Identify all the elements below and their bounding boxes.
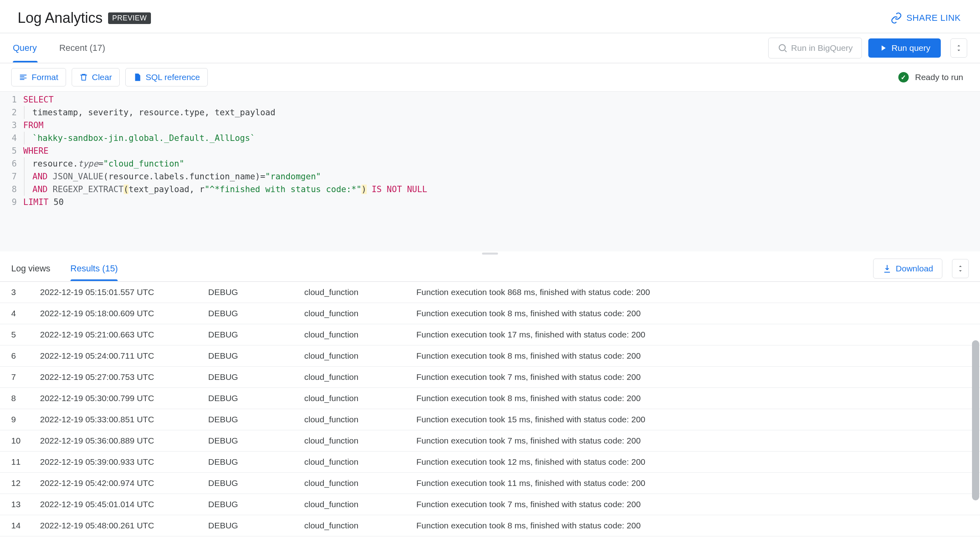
editor-resize-handle[interactable] <box>0 251 980 255</box>
code-line[interactable]: WHERE <box>22 145 980 157</box>
scrollbar-thumb[interactable] <box>972 340 979 500</box>
table-row[interactable]: 82022-12-19 05:30:00.799 UTCDEBUGcloud_f… <box>0 388 980 409</box>
unfold-icon <box>955 42 963 54</box>
table-row[interactable]: 102022-12-19 05:36:00.889 UTCDEBUGcloud_… <box>0 430 980 452</box>
cell-timestamp: 2022-12-19 05:27:00.753 UTC <box>36 367 204 388</box>
sql-editor[interactable]: 123456789 SELECTtimestamp, severity, res… <box>0 91 980 251</box>
cell-timestamp: 2022-12-19 05:51:00.302 UTC <box>36 536 204 542</box>
table-row[interactable]: 92022-12-19 05:33:00.851 UTCDEBUGcloud_f… <box>0 409 980 430</box>
preview-badge: PREVIEW <box>108 12 151 24</box>
trash-icon <box>79 73 88 82</box>
run-in-bigquery-label: Run in BigQuery <box>791 43 853 53</box>
table-row[interactable]: 62022-12-19 05:24:00.711 UTCDEBUGcloud_f… <box>0 345 980 367</box>
cell-resource: cloud_function <box>300 282 412 303</box>
editor-code-area[interactable]: SELECTtimestamp, severity, resource.type… <box>22 92 980 251</box>
share-link-label: SHARE LINK <box>906 13 961 23</box>
doc-icon <box>133 73 142 82</box>
cell-resource: cloud_function <box>300 388 412 409</box>
cell-index: 11 <box>0 452 36 473</box>
cell-timestamp: 2022-12-19 05:21:00.663 UTC <box>36 324 204 345</box>
code-line[interactable]: `hakky-sandbox-jin.global._Default._AllL… <box>22 132 980 145</box>
cell-timestamp: 2022-12-19 05:24:00.711 UTC <box>36 345 204 367</box>
cell-resource: cloud_function <box>300 345 412 367</box>
cell-timestamp: 2022-12-19 05:18:00.609 UTC <box>36 303 204 324</box>
cell-severity: DEBUG <box>204 345 300 367</box>
table-row[interactable]: 112022-12-19 05:39:00.933 UTCDEBUGcloud_… <box>0 452 980 473</box>
cell-timestamp: 2022-12-19 05:33:00.851 UTC <box>36 409 204 430</box>
results-table: 32022-12-19 05:15:01.557 UTCDEBUGcloud_f… <box>0 282 980 542</box>
table-row[interactable]: 72022-12-19 05:27:00.753 UTCDEBUGcloud_f… <box>0 367 980 388</box>
cell-timestamp: 2022-12-19 05:45:01.014 UTC <box>36 494 204 515</box>
cell-timestamp: 2022-12-19 05:39:00.933 UTC <box>36 452 204 473</box>
cell-index: 12 <box>0 473 36 494</box>
download-button[interactable]: Download <box>873 259 942 279</box>
cell-message: Function execution took 12 ms, finished … <box>412 452 980 473</box>
unfold-icon <box>956 263 964 274</box>
status-label: Ready to run <box>915 72 963 82</box>
page-header: Log Analytics PREVIEW SHARE LINK <box>0 0 980 33</box>
editor-toolbar: Format Clear SQL reference Ready to run <box>0 63 980 91</box>
cell-index: 4 <box>0 303 36 324</box>
cell-index: 14 <box>0 515 36 536</box>
cell-resource: cloud_function <box>300 367 412 388</box>
cell-resource: cloud_function <box>300 303 412 324</box>
run-in-bigquery-button[interactable]: Run in BigQuery <box>768 38 862 58</box>
cell-severity: DEBUG <box>204 282 300 303</box>
cell-index: 9 <box>0 409 36 430</box>
cell-severity: DEBUG <box>204 536 300 542</box>
cell-severity: DEBUG <box>204 494 300 515</box>
table-row[interactable]: 142022-12-19 05:48:00.261 UTCDEBUGcloud_… <box>0 515 980 536</box>
code-line[interactable]: AND REGEXP_EXTRACT(text_payload, r"^*fin… <box>22 183 980 196</box>
results-table-wrap[interactable]: 32022-12-19 05:15:01.557 UTCDEBUGcloud_f… <box>0 282 980 542</box>
cell-message: Function execution took 868 ms, finished… <box>412 282 980 303</box>
table-row[interactable]: 122022-12-19 05:42:00.974 UTCDEBUGcloud_… <box>0 473 980 494</box>
clear-button[interactable]: Clear <box>72 68 120 86</box>
results-tabs: Log views Results (15) Download <box>0 255 980 282</box>
cell-message: Function execution took 17 ms, finished … <box>412 324 980 345</box>
cell-message: Function execution took 8 ms, finished w… <box>412 345 980 367</box>
tab-log-views[interactable]: Log views <box>11 256 50 281</box>
tab-recent[interactable]: Recent (17) <box>59 34 112 62</box>
table-row[interactable]: 42022-12-19 05:18:00.609 UTCDEBUGcloud_f… <box>0 303 980 324</box>
cell-resource: cloud_function <box>300 515 412 536</box>
link-icon <box>890 12 902 24</box>
code-line[interactable]: FROM <box>22 119 980 132</box>
share-link-button[interactable]: SHARE LINK <box>890 12 961 24</box>
code-line[interactable]: SELECT <box>22 93 980 106</box>
table-row[interactable]: 52022-12-19 05:21:00.663 UTCDEBUGcloud_f… <box>0 324 980 345</box>
cell-severity: DEBUG <box>204 409 300 430</box>
cell-index: 6 <box>0 345 36 367</box>
subheader: Query Recent (17) Run in BigQuery Run qu… <box>0 33 980 63</box>
page-title: Log Analytics <box>18 10 102 26</box>
code-line[interactable]: LIMIT 50 <box>22 196 980 209</box>
bigquery-icon <box>777 43 788 53</box>
expand-results-button[interactable] <box>952 259 969 278</box>
table-row[interactable]: 132022-12-19 05:45:01.014 UTCDEBUGcloud_… <box>0 494 980 515</box>
cell-timestamp: 2022-12-19 05:36:00.889 UTC <box>36 430 204 452</box>
code-line[interactable]: timestamp, severity, resource.type, text… <box>22 106 980 119</box>
format-icon <box>19 73 28 82</box>
code-line[interactable]: AND JSON_VALUE(resource.labels.function_… <box>22 170 980 183</box>
cell-severity: DEBUG <box>204 324 300 345</box>
tab-results[interactable]: Results (15) <box>70 256 118 281</box>
format-button[interactable]: Format <box>11 68 66 86</box>
cell-message: Function execution took 8 ms, finished w… <box>412 536 980 542</box>
cell-message: Function execution took 11 ms, finished … <box>412 473 980 494</box>
run-query-label: Run query <box>892 43 930 53</box>
cell-index: 15 <box>0 536 36 542</box>
expand-editor-button[interactable] <box>950 38 967 58</box>
run-query-button[interactable]: Run query <box>868 38 941 58</box>
grip-icon <box>482 253 498 255</box>
cell-timestamp: 2022-12-19 05:15:01.557 UTC <box>36 282 204 303</box>
cell-resource: cloud_function <box>300 494 412 515</box>
cell-severity: DEBUG <box>204 473 300 494</box>
tab-query[interactable]: Query <box>13 34 43 62</box>
svg-point-0 <box>779 44 785 50</box>
code-line[interactable]: resource.type="cloud_function" <box>22 157 980 170</box>
cell-severity: DEBUG <box>204 367 300 388</box>
editor-gutter: 123456789 <box>0 92 22 251</box>
table-row[interactable]: 32022-12-19 05:15:01.557 UTCDEBUGcloud_f… <box>0 282 980 303</box>
cell-resource: cloud_function <box>300 473 412 494</box>
sql-reference-button[interactable]: SQL reference <box>125 68 208 86</box>
table-row[interactable]: 152022-12-19 05:51:00.302 UTCDEBUGcloud_… <box>0 536 980 542</box>
